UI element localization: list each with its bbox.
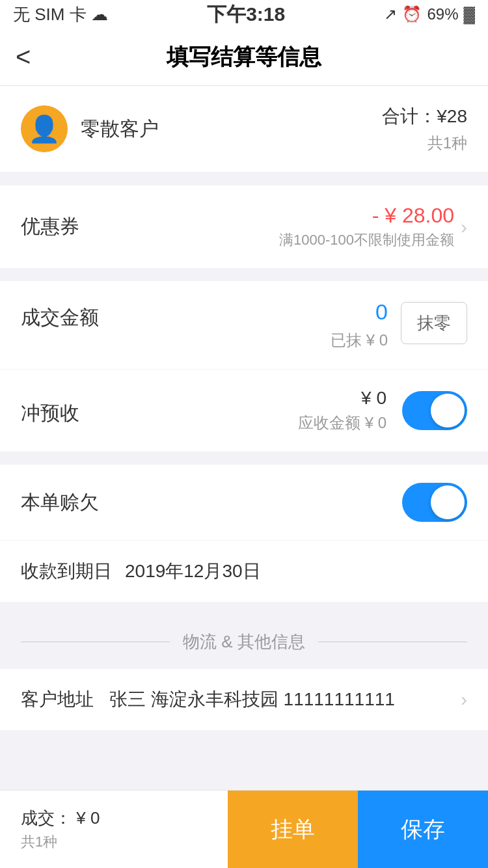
pending-button[interactable]: 挂单 (228, 791, 358, 868)
due-date-label: 收款到期日 (21, 559, 112, 584)
amount-block: 0 已抹 ¥ 0 (331, 299, 388, 351)
bottom-deal: 成交： ¥ 0 (21, 807, 207, 830)
transaction-amount[interactable]: 0 (331, 299, 388, 325)
customer-section: 👤 零散客户 合计：¥28 共1种 (0, 86, 488, 172)
back-button[interactable]: < (16, 42, 31, 72)
customer-left: 👤 零散客户 (21, 105, 159, 152)
coupon-row[interactable]: 优惠券 - ¥ 28.00 满1000-100不限制使用金额 › (0, 185, 488, 268)
round-button[interactable]: 抹零 (401, 302, 467, 344)
logistics-label: 物流 & 其他信息 (170, 631, 318, 653)
avatar-icon: 👤 (28, 114, 61, 144)
total-count: 共1种 (382, 133, 467, 154)
bottom-bar: 成交： ¥ 0 共1种 挂单 保存 (0, 790, 488, 868)
divider-line-left (21, 642, 170, 642)
address-row[interactable]: 客户地址 张三 海淀永丰科技园 11111111111 › (0, 669, 488, 730)
status-time: 下午3:18 (207, 1, 285, 28)
divider-line-right (318, 642, 467, 642)
nav-bar: < 填写结算等信息 (0, 29, 488, 86)
chevron-right-icon: › (461, 216, 467, 238)
total-amount: 合计：¥28 (382, 104, 467, 129)
coupon-info: - ¥ 28.00 满1000-100不限制使用金额 (279, 204, 454, 250)
save-button[interactable]: 保存 (358, 791, 488, 868)
prepayment-label: 冲预收 (21, 395, 79, 427)
bottom-info: 成交： ¥ 0 共1种 (0, 791, 228, 868)
debt-toggle[interactable] (402, 483, 467, 522)
address-label: 客户地址 (21, 687, 94, 712)
debt-row: 本单赊欠 (0, 465, 488, 541)
prepayment-toggle[interactable] (402, 391, 467, 430)
customer-right: 合计：¥28 共1种 (382, 104, 467, 154)
address-value: 张三 海淀永丰科技园 11111111111 (109, 687, 461, 712)
logistics-divider: 物流 & 其他信息 (0, 615, 488, 669)
coupon-right: - ¥ 28.00 满1000-100不限制使用金额 › (279, 204, 467, 250)
bottom-deal-label: 成交： (21, 808, 72, 828)
transaction-label: 成交金额 (21, 299, 99, 331)
prepayment-sub: 应收金额 ¥ 0 (298, 413, 386, 433)
debt-label: 本单赊欠 (21, 489, 99, 516)
alarm-icon: ⏰ (402, 5, 422, 23)
coupon-discount: - ¥ 28.00 (279, 204, 454, 228)
bottom-count: 共1种 (21, 832, 207, 852)
due-date-value: 2019年12月30日 (125, 559, 261, 584)
avatar: 👤 (21, 105, 68, 152)
coupon-section[interactable]: 优惠券 - ¥ 28.00 满1000-100不限制使用金额 › (0, 185, 488, 268)
coupon-desc: 满1000-100不限制使用金额 (279, 230, 454, 250)
address-section[interactable]: 客户地址 张三 海淀永丰科技园 11111111111 › (0, 669, 488, 730)
battery-icon: ▓ (464, 5, 476, 23)
prepayment-right: ¥ 0 应收金额 ¥ 0 (298, 388, 467, 433)
status-bar: 无 SIM 卡 ☁ 下午3:18 ↗ ⏰ 69% ▓ (0, 0, 488, 29)
transaction-right: 0 已抹 ¥ 0 抹零 (331, 299, 467, 351)
battery-level: 69% (427, 5, 458, 23)
address-chevron-icon: › (461, 688, 467, 711)
customer-row: 👤 零散客户 合计：¥28 共1种 (0, 86, 488, 172)
transaction-sub: 已抹 ¥ 0 (331, 330, 388, 351)
page-title: 填写结算等信息 (167, 42, 321, 72)
prepayment-info: ¥ 0 应收金额 ¥ 0 (298, 388, 386, 433)
status-right: ↗ ⏰ 69% ▓ (384, 5, 475, 23)
logistics-section: 物流 & 其他信息 (0, 615, 488, 669)
prepayment-row: 冲预收 ¥ 0 应收金额 ¥ 0 (0, 370, 488, 452)
sim-label: 无 SIM 卡 ☁ (13, 3, 108, 26)
coupon-label: 优惠券 (21, 213, 79, 240)
prepayment-amount: ¥ 0 (298, 388, 386, 409)
due-date-row[interactable]: 收款到期日 2019年12月30日 (0, 541, 488, 602)
debt-section: 本单赊欠 收款到期日 2019年12月30日 (0, 465, 488, 602)
transaction-row: 成交金额 0 已抹 ¥ 0 抹零 (0, 281, 488, 370)
address-right: › (461, 688, 467, 711)
location-icon: ↗ (384, 5, 397, 23)
toggle-knob (431, 394, 465, 427)
status-left: 无 SIM 卡 ☁ (13, 3, 108, 26)
customer-name: 零散客户 (81, 116, 159, 142)
middle-section: 成交金额 0 已抹 ¥ 0 抹零 冲预收 ¥ 0 应收金额 ¥ 0 (0, 281, 488, 452)
bottom-deal-amount: ¥ 0 (76, 808, 100, 828)
debt-toggle-knob (431, 485, 465, 519)
